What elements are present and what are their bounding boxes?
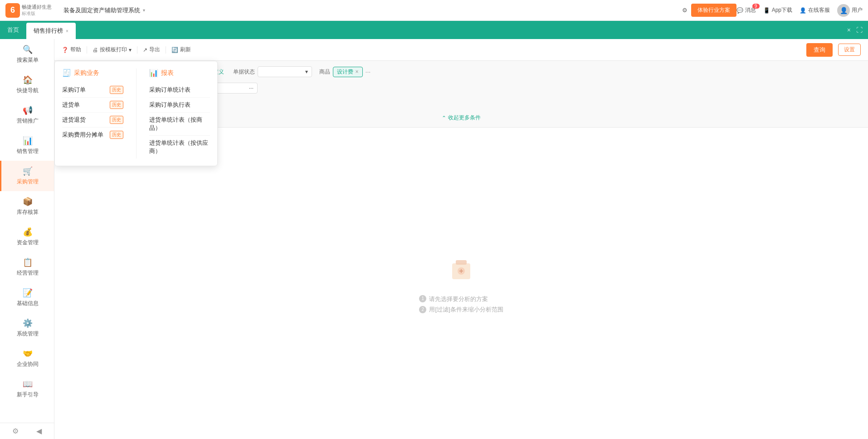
- sidebar-item-marketing[interactable]: 📢 营销推广: [0, 100, 54, 130]
- sidebar-item-quicknav[interactable]: 🏠 快捷导航: [0, 69, 54, 100]
- refresh-btn[interactable]: 🔄 刷新: [171, 46, 191, 54]
- dropdown-divider: [136, 69, 137, 158]
- home-icon: 🏠: [23, 75, 33, 85]
- empty-text: 1 请先选择要分析的方案 2 用[过滤]条件来缩小分析范围: [419, 294, 503, 315]
- logo-icon: 6: [5, 3, 20, 18]
- sidebar-item-guide[interactable]: 📖 新手引导: [0, 374, 54, 404]
- goods-tag: 设计费 ×: [333, 67, 362, 77]
- sales-icon: 📊: [23, 136, 33, 146]
- dropdown-item-expense[interactable]: 采购费用分摊单 历史: [62, 128, 123, 142]
- sidebar-label-marketing: 营销推广: [17, 117, 39, 125]
- app-download-action[interactable]: 📱 App下载: [763, 6, 792, 14]
- messages-badge: 9: [752, 4, 760, 9]
- sidebar-label-purchase: 采购管理: [17, 178, 39, 186]
- sidebar-label-basicinfo: 基础信息: [17, 300, 39, 307]
- sidebar-bottom: ⚙ ◀: [0, 423, 54, 439]
- filter-status: 单据状态 ▾: [233, 66, 312, 77]
- status-select[interactable]: ▾: [258, 66, 312, 77]
- salesman-dots: ···: [249, 85, 254, 91]
- query-button[interactable]: 查询: [806, 43, 833, 57]
- dropdown-item-inbound-supplier[interactable]: 进货单统计表（按供应商）: [149, 136, 210, 158]
- search-icon: 🔍: [23, 44, 33, 54]
- sidebar-item-basicinfo[interactable]: 📝 基础信息: [0, 282, 54, 313]
- sidebar-label-search: 搜索菜单: [17, 56, 39, 64]
- topbar-settings-icon[interactable]: ⚙: [678, 4, 691, 17]
- tab-fullscreen-icon[interactable]: ⛶: [856, 26, 863, 34]
- content-area: ❓ 帮助 🖨 按模板打印 ▾ ↗ 导出 🔄 刷新 查询 设置: [54, 39, 868, 439]
- message-icon: 💬: [736, 7, 743, 14]
- sidebar-label-system: 系统管理: [17, 330, 39, 338]
- settings-bottom-icon[interactable]: ⚙: [12, 427, 19, 435]
- purchase-col: 🧾 采购业务 采购订单 历史 进货单 历史 进货退货 历史 采购费用分摊单: [62, 69, 123, 158]
- toolbar-sep3: [166, 46, 166, 54]
- sidebar-item-search[interactable]: 🔍 搜索菜单: [0, 39, 54, 69]
- sidebar-item-cooperation[interactable]: 🤝 企业协同: [0, 343, 54, 374]
- sidebar-label-quicknav: 快捷导航: [17, 87, 39, 94]
- hist-tag-3: 历史: [110, 116, 123, 124]
- dropdown-item-return[interactable]: 进货退货 历史: [62, 113, 123, 128]
- sidebar-item-finance[interactable]: 💰 资金管理: [0, 222, 54, 252]
- system-dropdown-icon[interactable]: ▾: [143, 8, 145, 13]
- topbar: 6 畅捷通好生意 标准版 装备及固定资产辅助管理系统 ▾ ⚙ 体验行业方案 💬 …: [0, 0, 868, 21]
- tab-sales-rank-label: 销售排行榜: [34, 27, 63, 35]
- dropdown-item-order-exec[interactable]: 采购订单执行表: [149, 98, 210, 113]
- collapse-button[interactable]: ⌃ 收起更多条件: [442, 114, 481, 122]
- sidebar-label-operations: 经营管理: [17, 269, 39, 277]
- goods-tag-close[interactable]: ×: [355, 69, 358, 75]
- system-name-area: 装备及固定资产辅助管理系统 ▾: [60, 6, 678, 15]
- report-col-title: 📊 报表: [149, 69, 210, 77]
- online-service-action[interactable]: 👤 在线客服: [800, 6, 830, 14]
- export-icon: ↗: [143, 47, 147, 53]
- dropdown-item-inbound[interactable]: 进货单 历史: [62, 98, 123, 113]
- help-btn[interactable]: ❓ 帮助: [62, 46, 81, 54]
- goods-more-icon[interactable]: ···: [366, 68, 371, 75]
- user-label: 用户: [852, 6, 863, 14]
- inventory-icon: 📦: [23, 197, 33, 207]
- guide-icon: 📖: [23, 379, 33, 389]
- svg-rect-1: [456, 260, 467, 265]
- sidebar-label-guide: 新手引导: [17, 391, 39, 399]
- cooperation-icon: 🤝: [23, 349, 33, 359]
- help-icon: ❓: [62, 47, 68, 53]
- sidebar: 🔍 搜索菜单 🏠 快捷导航 📢 营销推广 📊 销售管理 🛒 采购管理 📦 库存核…: [0, 39, 54, 439]
- toolbar-sep1: [87, 46, 87, 54]
- system-icon: ⚙️: [23, 318, 33, 328]
- dropdown-item-purchase-order[interactable]: 采购订单 历史: [62, 83, 123, 98]
- sidebar-item-operations[interactable]: 📋 经营管理: [0, 252, 54, 282]
- sidebar-label-cooperation: 企业协同: [17, 360, 39, 368]
- tab-close-all-icon[interactable]: ×: [847, 26, 851, 34]
- dropdown-item-order-stat[interactable]: 采购订单统计表: [149, 83, 210, 98]
- sidebar-item-sales[interactable]: 📊 销售管理: [0, 130, 54, 161]
- template-print-btn[interactable]: 🖨 按模板打印 ▾: [93, 46, 132, 54]
- sidebar-label-sales: 销售管理: [17, 148, 39, 155]
- sidebar-item-purchase[interactable]: 🛒 采购管理: [0, 161, 54, 191]
- collapse-up-icon: ⌃: [442, 115, 446, 121]
- toolbar-sep2: [137, 46, 137, 54]
- hist-tag-2: 历史: [110, 101, 123, 109]
- messages-action[interactable]: 💬 消息 9: [736, 6, 756, 14]
- empty-state: 1 请先选择要分析的方案 2 用[过滤]条件来缩小分析范围: [54, 128, 868, 439]
- user-action[interactable]: 👤 用户: [837, 4, 863, 17]
- purchase-col-icon: 🧾: [62, 69, 71, 77]
- sidebar-item-system[interactable]: ⚙️ 系统管理: [0, 313, 54, 343]
- sidebar-item-inventory[interactable]: 📦 库存核算: [0, 191, 54, 222]
- logo-text: 畅捷通好生意: [22, 4, 52, 10]
- solution-button[interactable]: 体验行业方案: [691, 4, 736, 17]
- tabbar: 首页 销售排行榜 × × ⛶: [0, 21, 868, 39]
- main-layout: 🔍 搜索菜单 🏠 快捷导航 📢 营销推广 📊 销售管理 🛒 采购管理 📦 库存核…: [0, 39, 868, 439]
- basicinfo-icon: 📝: [23, 288, 33, 298]
- tab-sales-rank-close[interactable]: ×: [66, 29, 68, 34]
- collapse-sidebar-icon[interactable]: ◀: [36, 427, 42, 435]
- tab-sales-rank[interactable]: 销售排行榜 ×: [26, 23, 76, 39]
- purchase-dropdown-popup: 🧾 采购业务 采购订单 历史 进货单 历史 进货退货 历史 采购费用分摊单: [54, 61, 218, 166]
- sidebar-label-finance: 资金管理: [17, 239, 39, 247]
- hist-tag-4: 历史: [110, 131, 123, 139]
- sidebar-label-inventory: 库存核算: [17, 208, 39, 216]
- tab-home[interactable]: 首页: [0, 21, 26, 39]
- goods-label: 商品: [319, 68, 330, 76]
- dropdown-item-inbound-goods[interactable]: 进货单统计表（按商品）: [149, 113, 210, 136]
- settings-button[interactable]: 设置: [838, 44, 861, 56]
- export-btn[interactable]: ↗ 导出: [143, 46, 160, 54]
- marketing-icon: 📢: [23, 105, 33, 115]
- operations-icon: 📋: [23, 257, 33, 267]
